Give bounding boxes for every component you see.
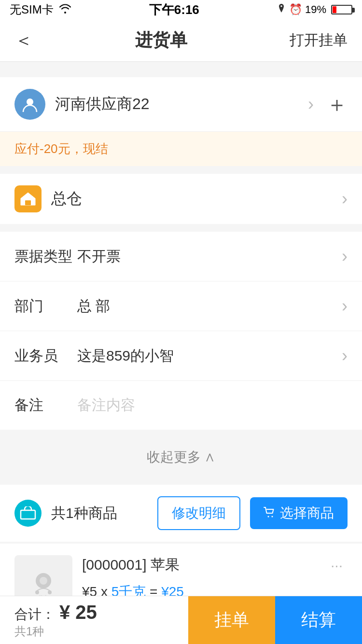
svg-point-5	[272, 516, 273, 518]
dept-value: 总 部	[77, 296, 342, 316]
remark-placeholder[interactable]: 备注内容	[77, 395, 348, 415]
warehouse-section[interactable]: 总仓 ›	[0, 174, 362, 224]
product-title: 苹果	[151, 557, 180, 573]
product-count-icon	[14, 500, 42, 527]
sales-row[interactable]: 业务员 这是859的小智 ›	[0, 331, 362, 381]
supplier-chevron-icon: ›	[308, 94, 314, 114]
page-title: 进货单	[135, 28, 187, 52]
svg-rect-2	[25, 200, 31, 205]
sales-chevron-icon: ›	[342, 346, 348, 366]
invoice-value: 不开票	[77, 247, 342, 266]
remark-label: 备注	[14, 395, 77, 415]
supplier-block: 河南供应商22 › ＋ 应付-20元，现结	[0, 77, 362, 166]
invoice-row[interactable]: 票据类型 不开票 ›	[0, 232, 362, 281]
hang-order-button[interactable]: 挂单	[188, 596, 275, 644]
dept-chevron-icon: ›	[342, 296, 348, 316]
footer-total: 合计： ¥ 25 共1种	[0, 602, 188, 639]
cart-icon	[264, 505, 276, 521]
svg-point-8	[35, 590, 39, 594]
collapse-toggle[interactable]: 收起更多 ∧	[0, 437, 362, 477]
svg-point-1	[27, 98, 33, 105]
invoice-chevron-icon: ›	[342, 246, 348, 266]
status-left: 无SIM卡	[10, 2, 72, 17]
checkout-button[interactable]: 结算	[275, 596, 362, 644]
dept-row[interactable]: 部门 总 部 ›	[0, 281, 362, 331]
svg-point-4	[268, 516, 269, 518]
status-right: ⏰ 19%	[277, 3, 352, 16]
supplier-notice-2: 应付-20元，现结	[0, 132, 362, 166]
total-sub: 共1种	[14, 624, 174, 639]
sales-label: 业务员	[14, 346, 77, 366]
product-name: [0000001] 苹果	[82, 555, 316, 575]
warehouse-chevron-icon: ›	[342, 189, 348, 209]
wifi-icon	[58, 3, 72, 16]
total-row: 合计： ¥ 25	[14, 602, 174, 624]
product-code: [0000001]	[82, 557, 146, 573]
warehouse-icon	[14, 185, 42, 212]
total-amount: ¥ 25	[59, 602, 97, 623]
nav-bar: ＜ 进货单 打开挂单	[0, 19, 362, 62]
total-label: 合计：	[14, 607, 55, 622]
battery-icon	[331, 5, 352, 14]
svg-point-9	[48, 590, 52, 594]
sales-value: 这是859的小智	[77, 346, 342, 366]
remark-row[interactable]: 备注 备注内容	[0, 381, 362, 430]
warehouse-label: 总仓	[51, 188, 342, 210]
supplier-main-row[interactable]: 河南供应商22 › ＋	[0, 77, 362, 132]
product-info: [0000001] 苹果 ¥5 x 5千克 = ¥25	[82, 555, 316, 601]
product-more-button[interactable]: ···	[326, 555, 348, 575]
supplier-name-2: 河南供应商22	[55, 94, 308, 115]
edit-detail-button[interactable]: 修改明细	[157, 496, 240, 530]
supplier-add-button[interactable]: ＋	[321, 90, 348, 119]
invoice-label: 票据类型	[14, 247, 77, 266]
battery-label: 19%	[305, 3, 326, 16]
status-time: 下午6:16	[149, 1, 199, 18]
open-hang-button[interactable]: 打开挂单	[290, 30, 348, 50]
carrier-label: 无SIM卡	[10, 2, 54, 17]
status-bar: 无SIM卡 下午6:16 ⏰ 19%	[0, 0, 362, 19]
svg-rect-3	[21, 510, 35, 519]
product-count-label: 共1种商品	[51, 504, 148, 523]
back-button[interactable]: ＜	[14, 28, 33, 53]
select-product-button[interactable]: 选择商品	[250, 497, 348, 529]
form-section: 票据类型 不开票 › 部门 总 部 › 业务员 这是859的小智 › 备注 备注…	[0, 232, 362, 430]
footer: 合计： ¥ 25 共1种 挂单 结算	[0, 596, 362, 644]
products-header: 共1种商品 修改明细 选择商品	[0, 485, 362, 542]
location-icon	[277, 3, 286, 16]
supplier-avatar	[14, 89, 45, 120]
alarm-icon: ⏰	[289, 3, 302, 16]
divider-1	[0, 62, 362, 70]
svg-point-7	[40, 577, 47, 585]
supplier-inner: 河南供应商22 › ＋ 应付-20元，现结	[0, 77, 362, 166]
dept-label: 部门	[14, 296, 77, 316]
